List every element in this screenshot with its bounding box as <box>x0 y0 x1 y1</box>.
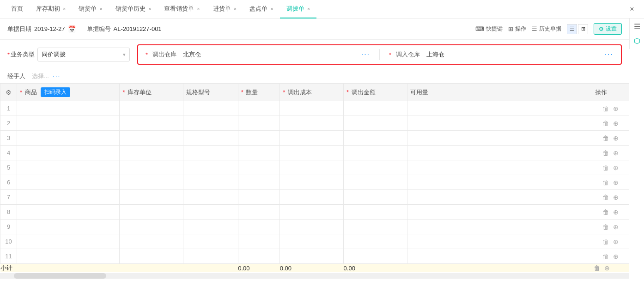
row-delete-icon-2[interactable]: 🗑 <box>602 120 609 127</box>
layout-list-btn[interactable]: ☰ <box>567 24 577 34</box>
tab-inventory-init[interactable]: 库存期初 × <box>30 0 72 18</box>
row-product-4[interactable] <box>17 146 120 160</box>
row-available-6[interactable] <box>407 175 592 190</box>
row-copy-icon-11[interactable]: ⊕ <box>613 253 619 260</box>
row-qty-1[interactable] <box>238 101 280 116</box>
horizontal-scrollbar[interactable] <box>0 273 629 279</box>
row-qty-10[interactable] <box>238 234 280 249</box>
biz-type-select[interactable]: 同价调拨 ▾ <box>37 48 130 61</box>
tab-inventory-check[interactable]: 盘点单 × <box>243 0 279 18</box>
tab-close-view-sales[interactable]: × <box>197 6 200 12</box>
calendar-icon[interactable]: 📅 <box>68 25 76 33</box>
row-cost-5[interactable] <box>280 160 344 175</box>
row-delete-icon-10[interactable]: 🗑 <box>602 238 609 245</box>
row-cost-2[interactable] <box>280 116 344 131</box>
row-unit-11[interactable] <box>120 249 183 264</box>
row-available-2[interactable] <box>407 116 592 131</box>
row-available-8[interactable] <box>407 205 592 220</box>
row-qty-6[interactable] <box>238 175 280 190</box>
row-available-7[interactable] <box>407 190 592 205</box>
row-unit-9[interactable] <box>120 220 183 234</box>
row-cost-11[interactable] <box>280 249 344 264</box>
row-available-1[interactable] <box>407 101 592 116</box>
row-amount-6[interactable] <box>344 175 407 190</box>
window-close-button[interactable]: × <box>625 2 639 17</box>
row-spec-7[interactable] <box>183 190 238 205</box>
row-product-5[interactable] <box>17 160 120 175</box>
row-amount-2[interactable] <box>344 116 407 131</box>
row-unit-8[interactable] <box>120 205 183 220</box>
tab-close-sales-order[interactable]: × <box>99 6 102 12</box>
row-delete-icon-11[interactable]: 🗑 <box>602 253 609 260</box>
scrollbar-thumb[interactable] <box>14 273 106 279</box>
row-spec-3[interactable] <box>183 131 238 146</box>
row-qty-7[interactable] <box>238 190 280 205</box>
tab-purchase[interactable]: 进货单 × <box>207 0 243 18</box>
row-spec-9[interactable] <box>183 220 238 234</box>
tab-home[interactable]: 首页 <box>5 0 30 18</box>
tab-close-sales-history[interactable]: × <box>148 6 151 12</box>
row-qty-3[interactable] <box>238 131 280 146</box>
row-product-11[interactable] <box>17 249 120 264</box>
operations-btn[interactable]: ⊞ 操作 <box>508 25 526 33</box>
row-available-11[interactable] <box>407 249 592 264</box>
row-copy-icon-9[interactable]: ⊕ <box>613 223 619 231</box>
row-spec-5[interactable] <box>183 160 238 175</box>
tab-close-inventory-init[interactable]: × <box>63 6 66 12</box>
row-copy-icon-1[interactable]: ⊕ <box>613 105 619 112</box>
row-available-5[interactable] <box>407 160 592 175</box>
tab-close-inventory-check[interactable]: × <box>270 6 273 12</box>
row-copy-icon-7[interactable]: ⊕ <box>613 194 619 201</box>
row-product-8[interactable] <box>17 205 120 220</box>
row-copy-icon-3[interactable]: ⊕ <box>613 134 619 142</box>
row-copy-icon-8[interactable]: ⊕ <box>613 208 619 216</box>
row-delete-icon-1[interactable]: 🗑 <box>602 105 609 112</box>
row-spec-10[interactable] <box>183 234 238 249</box>
scan-btn[interactable]: 扫码录入 <box>41 87 70 97</box>
row-unit-3[interactable] <box>120 131 183 146</box>
row-amount-10[interactable] <box>344 234 407 249</box>
row-delete-icon-9[interactable]: 🗑 <box>602 223 609 231</box>
row-spec-2[interactable] <box>183 116 238 131</box>
out-warehouse-more-btn[interactable]: ··· <box>361 50 370 59</box>
row-qty-8[interactable] <box>238 205 280 220</box>
row-qty-4[interactable] <box>238 146 280 160</box>
row-amount-3[interactable] <box>344 131 407 146</box>
table-settings-icon[interactable]: ⚙ <box>6 89 12 96</box>
row-amount-5[interactable] <box>344 160 407 175</box>
row-delete-icon-6[interactable]: 🗑 <box>602 179 609 186</box>
row-product-3[interactable] <box>17 131 120 146</box>
tab-view-sales[interactable]: 查看销货单 × <box>158 0 206 18</box>
row-spec-8[interactable] <box>183 205 238 220</box>
row-cost-7[interactable] <box>280 190 344 205</box>
row-delete-icon-8[interactable]: 🗑 <box>602 208 609 216</box>
row-delete-icon-5[interactable]: 🗑 <box>602 164 609 171</box>
settings-btn[interactable]: ⚙ 设置 <box>594 23 622 35</box>
row-cost-4[interactable] <box>280 146 344 160</box>
row-cost-1[interactable] <box>280 101 344 116</box>
row-product-7[interactable] <box>17 190 120 205</box>
row-delete-icon-3[interactable]: 🗑 <box>602 134 609 142</box>
row-delete-icon-7[interactable]: 🗑 <box>602 194 609 201</box>
history-btn[interactable]: ☰ 历史单据 <box>532 25 561 33</box>
subtotal-copy-icon[interactable]: ⊕ <box>604 264 610 272</box>
row-qty-2[interactable] <box>238 116 280 131</box>
tab-sales-order[interactable]: 销货单 × <box>72 0 109 18</box>
row-copy-icon-5[interactable]: ⊕ <box>613 164 619 171</box>
row-copy-icon-2[interactable]: ⊕ <box>613 120 619 127</box>
row-cost-3[interactable] <box>280 131 344 146</box>
row-copy-icon-6[interactable]: ⊕ <box>613 179 619 186</box>
row-unit-10[interactable] <box>120 234 183 249</box>
row-cost-6[interactable] <box>280 175 344 190</box>
row-product-6[interactable] <box>17 175 120 190</box>
row-amount-4[interactable] <box>344 146 407 160</box>
row-qty-11[interactable] <box>238 249 280 264</box>
row-qty-9[interactable] <box>238 220 280 234</box>
row-unit-2[interactable] <box>120 116 183 131</box>
row-spec-1[interactable] <box>183 101 238 116</box>
row-amount-11[interactable] <box>344 249 407 264</box>
row-amount-9[interactable] <box>344 220 407 234</box>
row-copy-icon-10[interactable]: ⊕ <box>613 238 619 245</box>
row-spec-6[interactable] <box>183 175 238 190</box>
layout-grid-btn[interactable]: ⊞ <box>578 24 588 34</box>
